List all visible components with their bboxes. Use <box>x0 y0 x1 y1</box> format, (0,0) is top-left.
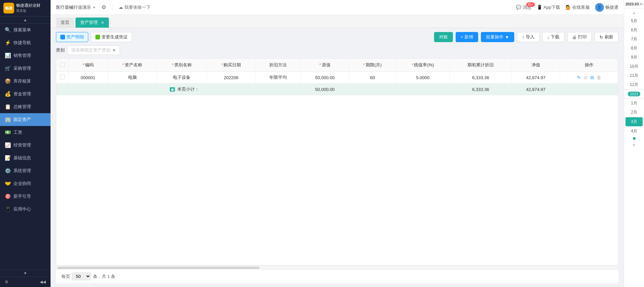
service-icon: 💁 <box>565 5 571 10</box>
sidebar-item-newbie[interactable]: 🎯 新手引导 <box>0 190 51 203</box>
scroll-up-icon[interactable]: ▲ <box>632 8 637 17</box>
sidebar-item-app-center[interactable]: 📱 应用中心 <box>0 203 51 216</box>
sidebar-item-sales[interactable]: 📊 销售管理 <box>0 49 51 62</box>
row-checkbox[interactable] <box>60 75 65 79</box>
topbar-right: 💬 消息 99+ 📱 App下载 💁 在线客服 👤 畅捷通 <box>516 3 618 12</box>
month-6[interactable]: 6月 <box>624 26 644 35</box>
online-service-button[interactable]: 💁 在线客服 <box>565 4 590 10</box>
sidebar-item-funds[interactable]: 💰 资金管理 <box>0 88 51 100</box>
header-period: *期限(月) <box>349 59 396 72</box>
delete-icon[interactable]: 🗑 <box>596 75 601 80</box>
app-download-button[interactable]: 📱 App下载 <box>537 4 560 10</box>
sidebar-item-enterprise[interactable]: 🤝 企业协同 <box>0 177 51 190</box>
tab-asset-detail[interactable]: 资产明细 <box>56 32 88 42</box>
quick-nav-icon: ⚡ <box>5 40 11 46</box>
sidebar-item-label: 基础信息 <box>13 155 31 161</box>
company-selector[interactable]: 医疗器械行业演示 ▼ <box>56 4 96 10</box>
asset-table-wrap: *编码 *资产名称 *类别名称 *购买日期 折旧方法 *原值 *期限(月) *残… <box>56 58 618 265</box>
filter-row: 类别 请选择固定资产类别 ▼ <box>56 45 618 55</box>
close-panel-icon[interactable]: ✕ <box>639 1 643 7</box>
settings-icon[interactable]: ⚙ <box>5 280 8 284</box>
month-10[interactable]: 10月 <box>624 62 644 71</box>
page-content: 资产明细 变更生成凭证 对账 + 新增 批量操作 ▼ ↑ 导入 <box>51 28 624 287</box>
sidebar-item-label: 资金管理 <box>13 91 31 97</box>
download-button[interactable]: ↓ 下载 <box>542 32 565 42</box>
hscroll-thumb[interactable] <box>57 267 259 269</box>
month-1[interactable]: 1月 <box>624 99 644 108</box>
header-checkbox-cell <box>56 59 68 72</box>
total-label: 条，共 1 条 <box>93 274 115 280</box>
sidebar-item-system[interactable]: ⚙️ 系统管理 <box>0 164 51 177</box>
reconcile-button[interactable]: 对账 <box>434 32 453 42</box>
topbar-divider <box>112 4 113 11</box>
payroll-icon: 💵 <box>5 129 11 135</box>
month-8[interactable]: 8月 <box>624 44 644 53</box>
tab-change-voucher[interactable]: 变更生成凭证 <box>91 32 132 42</box>
sidebar-item-purchase[interactable]: 🛒 采购管理 <box>0 62 51 75</box>
month-7[interactable]: 7月 <box>624 35 644 44</box>
year-divider-2023: 2023 <box>624 89 644 99</box>
cell-period: 60 <box>349 72 396 84</box>
tab-home-label: 首页 <box>61 20 69 25</box>
tab-asset-management[interactable]: 资产管理 ✕ <box>75 18 109 28</box>
month-5[interactable]: 5月 <box>624 17 644 26</box>
sidebar-item-label: 固定资产 <box>13 117 31 123</box>
row-checkbox-cell <box>56 72 68 84</box>
sidebar-item-business[interactable]: 📈 经营管理 <box>0 139 51 152</box>
cell-code: 000001 <box>68 72 108 84</box>
import-button[interactable]: ↑ 导入 <box>517 32 540 42</box>
sidebar-item-label: 经营管理 <box>13 142 31 148</box>
per-page-select[interactable]: 50 100 <box>72 273 91 280</box>
voucher-icon <box>95 35 100 39</box>
logo-text-block: 畅捷通好业财 普及版 <box>16 3 40 13</box>
sidebar-item-label: 总账管理 <box>13 104 31 110</box>
batch-operation-button[interactable]: 批量操作 ▼ <box>481 32 514 42</box>
business-icon: 📈 <box>5 142 11 148</box>
tabs-bar: 首页 资产管理 ✕ <box>51 15 624 28</box>
month-11[interactable]: 11月 <box>624 71 644 80</box>
copy-icon[interactable]: ⊘ <box>584 75 588 80</box>
detail-icon <box>60 35 65 39</box>
tab-close-icon[interactable]: ✕ <box>101 21 104 25</box>
cell-name: 电脑 <box>108 72 157 84</box>
month-12[interactable]: 12月 <box>624 80 644 89</box>
subtotal-accumulated-depreciation: 6,333.36 <box>450 84 512 95</box>
settings-gear-icon[interactable]: ⚙ <box>101 4 106 10</box>
month-3-active[interactable]: 3月 <box>625 117 643 126</box>
scroll-down-icon[interactable]: ▼ <box>632 141 637 149</box>
tab-home[interactable]: 首页 <box>56 18 74 28</box>
subtotal-net-value: 42,874.97 <box>512 84 560 95</box>
subtotal-period-empty <box>349 84 396 95</box>
header-net-value: 净值 <box>512 59 560 72</box>
sidebar-item-inventory[interactable]: 📦 库存核算 <box>0 75 51 88</box>
cell-actions: ✎ ⊘ ⧉ 🗑 <box>560 72 618 84</box>
cell-net-value: 42,874.97 <box>512 72 560 84</box>
refresh-button[interactable]: ↻ 刷新 <box>594 32 618 42</box>
horizontal-scrollbar[interactable] <box>56 265 618 269</box>
scroll-indicator <box>633 137 636 140</box>
sidebar-item-search[interactable]: 🔍 搜索菜单 <box>0 24 51 36</box>
sidebar-item-ledger[interactable]: 📋 总账管理 <box>0 100 51 113</box>
messages-button[interactable]: 💬 消息 99+ <box>516 4 531 10</box>
select-all-checkbox[interactable] <box>60 62 65 67</box>
experience-button[interactable]: ☁ 我要体验一下 <box>119 4 151 10</box>
print-button[interactable]: 🖨 打印 <box>567 32 592 42</box>
sidebar-item-payroll[interactable]: 💵 工资 <box>0 126 51 139</box>
chevron-down-icon: ▼ <box>112 48 116 53</box>
sidebar-item-quick-nav[interactable]: ⚡ 快捷导航 <box>0 36 51 49</box>
user-menu[interactable]: 👤 畅捷通 <box>595 3 618 12</box>
duplicate-icon[interactable]: ⧉ <box>590 75 594 81</box>
search-icon: 🔍 <box>5 27 11 33</box>
month-2[interactable]: 2月 <box>624 108 644 117</box>
new-button[interactable]: + 新增 <box>456 32 478 42</box>
sidebar-menu: 🔍 搜索菜单 ⚡ 快捷导航 📊 销售管理 🛒 采购管理 📦 库存核算 💰 资金管… <box>0 24 51 269</box>
edit-icon[interactable]: ✎ <box>577 75 581 80</box>
sidebar-item-fixed-assets[interactable]: 🏢 固定资产 <box>0 113 51 126</box>
sidebar-item-basic-info[interactable]: 📝 基础信息 <box>0 152 51 164</box>
enterprise-icon: 🤝 <box>5 181 11 187</box>
category-select[interactable]: 请选择固定资产类别 ▼ <box>67 45 120 55</box>
month-9[interactable]: 9月 <box>624 53 644 62</box>
ledger-icon: 📋 <box>5 104 11 110</box>
month-4[interactable]: 4月 <box>624 127 644 136</box>
collapse-icon[interactable]: ◀◀ <box>40 280 46 284</box>
